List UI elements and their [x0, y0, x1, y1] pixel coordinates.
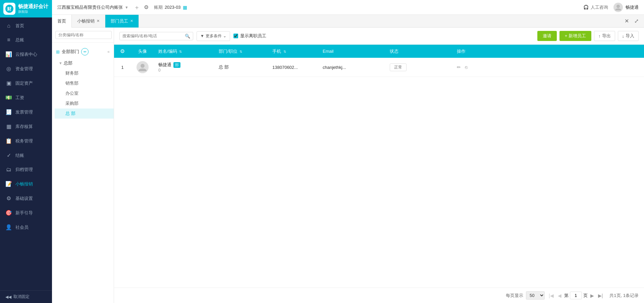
- sidebar-item-more[interactable]: 👤 社会员: [0, 220, 52, 234]
- page-size-label: 每页显示: [506, 293, 523, 299]
- sidebar-item-settings[interactable]: ⚙ 基础设置: [0, 191, 52, 206]
- ledger-icon: ≡: [5, 37, 12, 43]
- logout-action-icon[interactable]: ⎋: [465, 64, 468, 70]
- dept-child-office[interactable]: 办公室: [55, 88, 114, 98]
- invite-button[interactable]: 邀请: [537, 31, 557, 41]
- sidebar-item-archive[interactable]: 🗂 归档管理: [0, 163, 52, 177]
- tax-icon: 📋: [5, 138, 12, 144]
- col-settings-gear-icon[interactable]: ⚙: [120, 48, 125, 54]
- funds-icon: ◎: [5, 66, 12, 72]
- page-input-wrapper: 第 页: [564, 292, 588, 299]
- page-size-select[interactable]: 10 20 50 100: [526, 291, 545, 300]
- dept-edit-icon[interactable]: ✏: [81, 48, 89, 55]
- dept-search-input[interactable]: [55, 31, 112, 39]
- tabbar-actions: ✕ ⤢: [623, 16, 644, 26]
- sidebar-item-assets[interactable]: ▣ 固定资产: [0, 76, 52, 90]
- import-button[interactable]: ↓ 导入: [618, 31, 639, 41]
- page-last-button[interactable]: ▶|: [597, 292, 604, 299]
- tab-employees[interactable]: 部门员工 ✕: [105, 15, 139, 28]
- content-area: 🔍 ⊞ 全部部门 ✏ « ▼ 总部 财务部: [52, 28, 644, 303]
- dept-child-sales-label: 销售部: [65, 80, 78, 86]
- show-resigned-wrapper: 显示离职员工: [233, 33, 266, 39]
- row-name-code-cell: 畅捷通 部 0: [154, 58, 215, 77]
- emp-email: chanjethkj...: [323, 65, 346, 70]
- export-icon: ↑: [598, 34, 601, 39]
- tab-xiaochang-close-icon[interactable]: ✕: [97, 19, 100, 23]
- col-settings: ⚙: [114, 45, 131, 58]
- show-resigned-label: 显示离职员工: [240, 33, 266, 39]
- col-dept-position: 部门/职位 ⇅: [215, 45, 268, 58]
- emp-dept: 总 部: [219, 64, 229, 70]
- dept-child-general[interactable]: 总 部: [55, 109, 114, 119]
- pagination-bar: 每页显示 10 20 50 100 |◀ ◀ 第 页 ▶ ▶|: [114, 288, 644, 303]
- tab-employees-label: 部门员工: [111, 18, 128, 24]
- dept-parent-label: 总部: [64, 60, 72, 66]
- row-action-cell: ✏ ⎋: [453, 58, 644, 77]
- user-block[interactable]: 畅捷通: [613, 3, 639, 12]
- sidebar-item-xiaochangbx[interactable]: 📝 小畅报销: [0, 177, 52, 191]
- add-employee-button[interactable]: + 新增员工: [559, 31, 591, 41]
- dept-child-sales[interactable]: 销售部: [55, 78, 114, 88]
- col-action-label: 操作: [457, 49, 466, 54]
- avatar-img: [137, 61, 149, 73]
- sidebar-item-guide[interactable]: 🎯 新手引导: [0, 206, 52, 220]
- export-button[interactable]: ↑ 导出: [594, 31, 615, 41]
- dept-collapse-icon[interactable]: «: [107, 49, 110, 54]
- tab-home[interactable]: 首页: [52, 15, 72, 28]
- sidebar-item-tax[interactable]: 📋 税务管理: [0, 134, 52, 148]
- row-dept-cell: 总 部: [215, 58, 268, 77]
- sidebar-item-home[interactable]: ⌂ 首页: [0, 19, 52, 33]
- edit-action-icon[interactable]: ✏: [457, 64, 461, 70]
- sidebar-item-closeout[interactable]: ✓ 结账: [0, 148, 52, 163]
- col-status-label: 状态: [390, 49, 398, 54]
- all-dept-item[interactable]: ⊞ 全部部门 ✏ «: [52, 45, 114, 58]
- tab-expand-btn[interactable]: ⤢: [633, 16, 640, 26]
- tab-xiaochang[interactable]: 小畅报销 ✕: [72, 15, 105, 28]
- sidebar-footer-unpin[interactable]: ◀◀ 取消固定: [0, 290, 52, 303]
- topbar-settings-icon[interactable]: ⚙: [144, 4, 149, 10]
- sidebar-label-home: 首页: [15, 23, 24, 29]
- dept-parent-zongbu[interactable]: ▼ 总部: [55, 58, 114, 68]
- company-chevron-icon: ▼: [125, 5, 128, 9]
- sidebar-item-funds[interactable]: ◎ 资金管理: [0, 61, 52, 76]
- emp-search-input[interactable]: [122, 34, 183, 38]
- sidebar: 财 畅捷通好会计 旗舰版 ⌂ 首页 ≡ 总账 📊 云报表中心 ◎ 资金管理 ▣ …: [0, 0, 52, 303]
- col-name-code-label: 姓名/编码: [158, 49, 177, 54]
- sidebar-item-inventory[interactable]: ▦ 库存核算: [0, 119, 52, 134]
- page-first-button[interactable]: |◀: [547, 292, 555, 299]
- sidebar-item-reports[interactable]: 📊 云报表中心: [0, 47, 52, 61]
- dept-child-general-label: 总 部: [65, 111, 75, 117]
- tab-close-btn[interactable]: ✕: [623, 16, 630, 26]
- support-button[interactable]: 🎧 人工咨询: [583, 4, 608, 10]
- add-company-icon[interactable]: ＋: [134, 3, 140, 11]
- page-next-button[interactable]: ▶: [589, 292, 595, 299]
- guide-icon: 🎯: [5, 210, 12, 216]
- tab-employees-close-icon[interactable]: ✕: [130, 19, 133, 23]
- col-status: 状态: [386, 45, 453, 58]
- svg-point-3: [141, 64, 145, 68]
- col-phone-sort-icon[interactable]: ⇅: [283, 50, 286, 53]
- sidebar-item-invoice[interactable]: 🧾 发票管理: [0, 105, 52, 119]
- show-resigned-checkbox[interactable]: [233, 34, 238, 38]
- sidebar-item-salary[interactable]: 💵 工资: [0, 90, 52, 105]
- toolbar-actions: 邀请 + 新增员工 ↑ 导出 ↓ 导入: [537, 31, 639, 41]
- col-action: 操作: [453, 45, 644, 58]
- page-label-pre: 第: [564, 293, 569, 299]
- sidebar-label-archive: 归档管理: [15, 167, 33, 173]
- dept-tree: ⊞ 全部部门 ✏ « ▼ 总部 财务部 销售部: [52, 43, 114, 303]
- filter-more-button[interactable]: ▼ 更多条件 ⌄: [197, 31, 230, 41]
- sidebar-item-ledger[interactable]: ≡ 总账: [0, 33, 52, 47]
- calendar-icon[interactable]: ▦: [183, 5, 187, 10]
- page-prev-button[interactable]: ◀: [556, 292, 563, 299]
- period-label: 账期: [154, 4, 163, 10]
- filter-icon: ▼: [200, 34, 204, 38]
- xiaochangbx-icon: 📝: [5, 181, 12, 187]
- dept-child-procurement[interactable]: 采购部: [55, 98, 114, 109]
- emp-phone: 138070602...: [272, 65, 298, 70]
- col-dept-sort-icon[interactable]: ⇅: [239, 50, 242, 53]
- dept-child-finance[interactable]: 财务部: [55, 68, 114, 78]
- page-number-input[interactable]: [570, 292, 582, 299]
- col-name-sort-icon[interactable]: ⇅: [179, 50, 182, 53]
- logo-title: 畅捷通好会计: [18, 3, 48, 9]
- sidebar-label-settings: 基础设置: [15, 196, 33, 202]
